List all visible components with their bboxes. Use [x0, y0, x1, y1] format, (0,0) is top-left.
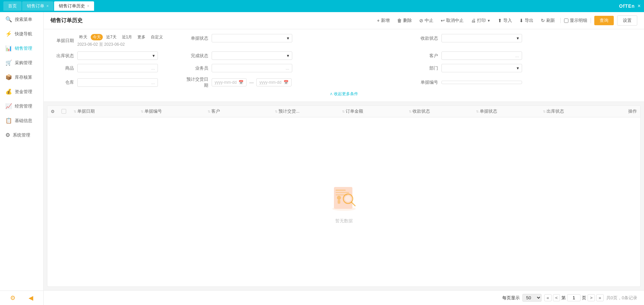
sidebar-item-system[interactable]: ⚙ 系统管理 — [0, 128, 43, 142]
import-button[interactable]: ⬆ 导入 — [496, 16, 514, 25]
collapse-bottom-icon[interactable]: ◀ — [29, 294, 33, 302]
filter-area: 单据日期 昨天 今天 近7天 近1月 更多 自定义 2023-06-02 至 2… — [44, 29, 644, 102]
sidebar-item-basic[interactable]: 📋 基础信息 — [0, 113, 43, 128]
sidebar-item-purchase-label: 采购管理 — [15, 60, 32, 66]
svg-point-6 — [345, 196, 351, 202]
sidebar-item-finance[interactable]: 💰 资金管理 — [0, 84, 43, 99]
th-checkbox — [61, 109, 74, 114]
customer-dots-icon: ... — [515, 53, 519, 58]
th-operations: 操作 — [610, 108, 637, 114]
payment-status-label: 收款状态 — [415, 35, 441, 41]
calendar-start-icon: 📅 — [239, 80, 244, 85]
quick-nav-icon: ⚡ — [5, 31, 12, 37]
refresh-button[interactable]: ↻ 刷新 — [539, 16, 557, 25]
sidebar-item-operation-label: 经营管理 — [15, 103, 32, 109]
settings-bottom-icon[interactable]: ⚙ — [10, 294, 15, 302]
new-label: 新增 — [381, 17, 390, 24]
th-order-status-arrow-icon: ⇅ — [476, 110, 479, 113]
tab-sales-history[interactable]: 销售订单历史 × — [54, 1, 94, 11]
query-button[interactable]: 查询 — [594, 16, 614, 25]
date-shortcut-7days[interactable]: 近7天 — [104, 34, 119, 40]
expected-date-start-input[interactable]: yyyy-mm-dd 📅 — [212, 78, 247, 86]
th-order-amount[interactable]: ⇅ 订单金额 — [342, 108, 409, 114]
th-date[interactable]: ⇅ 单据日期 — [74, 108, 141, 114]
dept-arrow-icon: ▾ — [517, 66, 519, 71]
tab-sales-order[interactable]: 销售订单 × — [22, 1, 53, 11]
basic-icon: 📋 — [5, 117, 12, 124]
date-shortcut-1month[interactable]: 近1月 — [120, 34, 134, 40]
export-button[interactable]: ⬇ 导出 — [517, 16, 535, 25]
print-icon: 🖨 — [471, 18, 476, 23]
tab-home[interactable]: 首页 — [3, 1, 22, 11]
th-customer-arrow-icon: ⇅ — [208, 110, 210, 113]
cancel-stop-button[interactable]: ↩ 取消中止 — [439, 16, 466, 25]
expected-date-end-input[interactable]: yyyy-mm-dd 📅 — [256, 78, 291, 86]
last-page-button[interactable]: » — [596, 294, 603, 301]
th-expected-delivery[interactable]: ⇅ 预计交货... — [275, 108, 342, 114]
sidebar-item-purchase[interactable]: 🛒 采购管理 — [0, 55, 43, 70]
expected-date-end-placeholder: yyyy-mm-dd — [259, 80, 281, 85]
page-number-input[interactable] — [567, 294, 581, 301]
delivery-status-select[interactable]: ▾ — [77, 51, 158, 60]
date-shortcut-custom[interactable]: 自定义 — [149, 34, 165, 40]
sidebar-item-inventory[interactable]: 📦 库存核算 — [0, 70, 43, 84]
sidebar-item-sales[interactable]: 📊 销售管理 — [0, 41, 43, 55]
content-area: 销售订单历史 + 新增 🗑 删除 ⊘ 中止 ↩ 取消中止 — [44, 12, 644, 305]
th-order-amount-arrow-icon: ⇅ — [342, 110, 345, 113]
collapse-more-conditions[interactable]: ∧ 收起更多条件 — [50, 91, 637, 97]
main-layout: 🔍 搜索菜单 ⚡ 快捷导航 📊 销售管理 🛒 采购管理 📦 库存核算 💰 资金管… — [0, 12, 644, 305]
top-bar: 首页 销售订单 × 销售订单历史 × OfTEn × — [0, 0, 644, 12]
sidebar-item-finance-label: 资金管理 — [15, 89, 32, 95]
date-shortcut-yesterday[interactable]: 昨天 — [77, 34, 89, 40]
select-all-checkbox[interactable] — [61, 109, 66, 114]
finance-icon: 💰 — [5, 88, 12, 95]
stop-label: 中止 — [425, 17, 433, 24]
salesperson-input[interactable]: ... — [212, 64, 292, 72]
delete-label: 删除 — [403, 17, 412, 24]
table-body: 暂无数据 — [47, 117, 640, 287]
th-order-status[interactable]: ⇅ 单据状态 — [476, 108, 543, 114]
completion-status-select[interactable]: ▾ — [212, 51, 292, 60]
sidebar-item-inventory-label: 库存核算 — [15, 74, 32, 80]
payment-status-select[interactable]: ▾ — [441, 34, 522, 42]
goods-input[interactable]: ... — [77, 64, 158, 72]
date-shortcut-more[interactable]: 更多 — [135, 34, 147, 40]
per-page-select[interactable]: 50 20 100 — [522, 294, 542, 302]
order-no-input[interactable] — [441, 81, 522, 84]
tab-sales-history-close[interactable]: × — [87, 4, 89, 8]
app-close-button[interactable]: × — [638, 3, 641, 9]
svg-rect-3 — [336, 192, 349, 193]
next-page-button[interactable]: > — [588, 294, 595, 301]
order-status-select[interactable]: ▾ — [212, 34, 292, 42]
svg-rect-9 — [338, 200, 340, 204]
th-operations-label: 操作 — [628, 108, 637, 114]
show-detail-checkbox[interactable] — [564, 18, 568, 23]
th-order-amount-label: 订单金额 — [346, 108, 363, 114]
th-customer[interactable]: ⇅ 客户 — [208, 108, 275, 114]
stop-button[interactable]: ⊘ 中止 — [417, 16, 435, 25]
delete-button[interactable]: 🗑 删除 — [395, 16, 414, 25]
tab-sales-order-label: 销售订单 — [27, 3, 44, 9]
date-shortcut-today[interactable]: 今天 — [91, 34, 103, 40]
sidebar-item-quick-nav[interactable]: ⚡ 快捷导航 — [0, 27, 43, 41]
first-page-button[interactable]: « — [544, 294, 551, 301]
sidebar-item-search-menu[interactable]: 🔍 搜索菜单 — [0, 12, 43, 27]
th-order-no[interactable]: ⇅ 单据编号 — [141, 108, 208, 114]
print-button[interactable]: 🖨 打印 ▼ — [469, 16, 492, 25]
toolbar: + 新增 🗑 删除 ⊘ 中止 ↩ 取消中止 🖨 打印 — [375, 15, 637, 26]
customer-input[interactable]: ... — [441, 51, 522, 60]
th-payment-status[interactable]: ⇅ 收款状态 — [409, 108, 476, 114]
tab-sales-order-close[interactable]: × — [46, 4, 49, 8]
warehouse-input[interactable]: ... — [77, 78, 158, 87]
new-button[interactable]: + 新增 — [375, 16, 392, 25]
th-settings[interactable]: ⚙ — [51, 109, 61, 114]
settings-button[interactable]: 设置 — [617, 15, 637, 26]
import-label: 导入 — [503, 17, 512, 24]
prev-page-button[interactable]: < — [553, 294, 560, 301]
sidebar-item-operation[interactable]: 📈 经营管理 — [0, 99, 43, 113]
delivery-status-arrow-icon: ▾ — [153, 53, 155, 58]
sidebar-item-search-menu-label: 搜索菜单 — [15, 16, 32, 23]
th-delivery-status[interactable]: ⇅ 出库状态 — [543, 108, 610, 114]
th-date-arrow-icon: ⇅ — [74, 110, 76, 113]
dept-select[interactable]: ▾ — [441, 64, 522, 72]
